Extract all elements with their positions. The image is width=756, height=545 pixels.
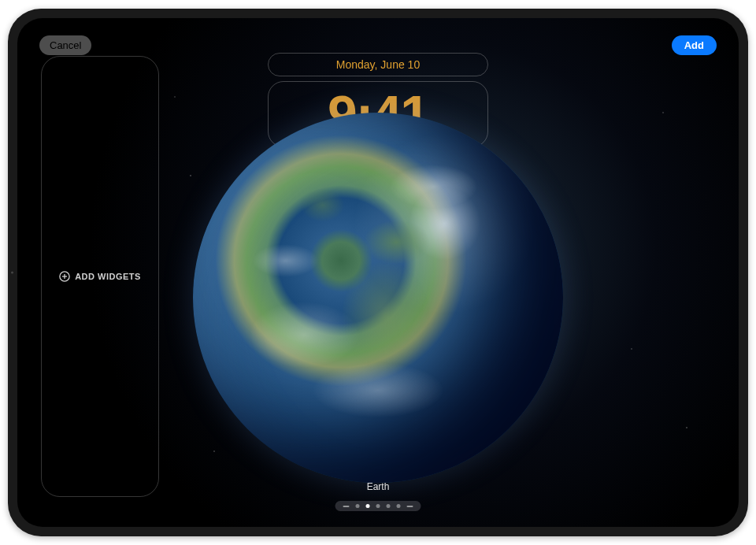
date-widget[interactable]: Monday, June 10 [268,53,488,76]
add-button[interactable]: Add [672,35,717,55]
page-dot[interactable] [376,504,380,508]
page-dot[interactable] [356,504,360,508]
page-dot[interactable] [387,504,391,508]
plus-circle-icon [59,271,70,282]
earth-globe-image [193,113,563,483]
add-widgets-label: ADD WIDGETS [75,272,141,281]
wallpaper-name-label: Earth [367,481,390,492]
page-indicator-dash [343,506,350,507]
lockscreen-editor: Cancel Add ADD WIDGETS Monday, June 10 9… [17,18,739,527]
wallpaper-pagination[interactable] [335,501,421,511]
widget-panel[interactable]: ADD WIDGETS [41,56,159,497]
add-widgets-button[interactable]: ADD WIDGETS [59,271,141,282]
wallpaper-preview[interactable] [193,113,563,483]
ipad-device-frame: Cancel Add ADD WIDGETS Monday, June 10 9… [8,9,748,536]
date-text: Monday, June 10 [336,58,420,71]
page-indicator-dash [407,506,413,507]
page-dot[interactable] [397,504,401,508]
cancel-button[interactable]: Cancel [39,35,91,55]
page-dot-active[interactable] [366,504,370,508]
